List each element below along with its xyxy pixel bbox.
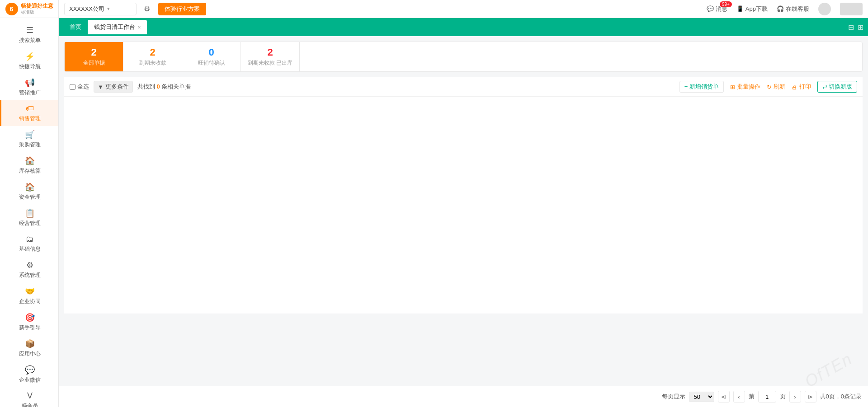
online-service-action[interactable]: 🎧 在线客服 (777, 5, 809, 13)
stat-number-overdue-out: 2 (247, 47, 293, 58)
sidebar: 6 畅捷通好生意 标准版 ☰搜索菜单⚡快捷导航📢营销推广🏷销售管理🛒采购管理🏠库… (0, 0, 59, 407)
stat-tab-overdue-out[interactable]: 2到期未收款 已出库 (241, 42, 300, 71)
message-action[interactable]: 💬 消息 99+ (707, 5, 727, 13)
tab-bar-actions: ⊟ ⊞ (848, 23, 863, 32)
stat-label-all: 全部单据 (71, 59, 117, 67)
member-label: 畅会员 (22, 402, 38, 407)
logo-icon: 6 (5, 3, 18, 15)
system-label: 系统管理 (19, 271, 41, 279)
quick-nav-icon: ⚡ (25, 51, 35, 61)
header-right: 💬 消息 99+ 📱 App下载 🎧 在线客服 (707, 3, 863, 15)
operation-icon: 📋 (25, 208, 35, 218)
trial-button[interactable]: 体验行业方案 (158, 3, 206, 15)
wechat-icon: 💬 (25, 365, 35, 375)
sidebar-item-wechat[interactable]: 💬企业微信 (0, 361, 58, 388)
wechat-label: 企业微信 (19, 376, 41, 384)
select-all-label: 全选 (77, 83, 89, 91)
sidebar-item-quick-nav[interactable]: ⚡快捷导航 (0, 48, 58, 74)
prev-page-button[interactable]: ‹ (733, 391, 745, 402)
sidebar-nav: ☰搜索菜单⚡快捷导航📢营销推广🏷销售管理🛒采购管理🏠库存核算🏠资金管理📋经营管理… (0, 18, 58, 407)
company-selector[interactable]: XXXXXX公司 ▾ (64, 3, 137, 15)
next-page-button[interactable]: › (789, 391, 801, 402)
settings-icon[interactable]: ⚙ (140, 2, 154, 16)
tab-maximize-icon[interactable]: ⊞ (858, 23, 863, 32)
filter-icon: ▼ (98, 84, 104, 90)
app-center-label: 应用中心 (19, 350, 41, 358)
tab-minimize-icon[interactable]: ⊟ (848, 23, 854, 32)
app-download-label: App下载 (745, 5, 768, 13)
toolbar: 全选 ▼ 更多条件 共找到 0 条相关单据 + 新增销货单 ⊞ 批量操作 ↻ 刷… (64, 77, 863, 97)
marketing-icon: 📢 (25, 78, 35, 88)
switch-version-button[interactable]: ⇄ 切换新版 (817, 81, 857, 93)
company-dropdown-icon: ▾ (107, 6, 110, 12)
sidebar-item-purchase[interactable]: 🛒采购管理 (0, 126, 58, 152)
sidebar-item-sales[interactable]: 🏷销售管理 (0, 100, 58, 126)
sales-icon: 🏷 (26, 104, 34, 113)
cooperation-label: 企业协同 (19, 298, 41, 305)
switch-icon: ⇄ (822, 84, 827, 90)
batch-ops-action[interactable]: ⊞ 批量操作 (730, 83, 760, 91)
inventory-icon: 🏠 (25, 156, 35, 166)
stat-label-overdue: 到期未收款 (130, 59, 175, 67)
stat-tab-all[interactable]: 2全部单据 (65, 42, 123, 71)
message-icon: 💬 (707, 5, 714, 12)
stat-tab-overdue[interactable]: 2到期未收款 (123, 42, 182, 71)
user-info[interactable] (840, 3, 863, 15)
select-all-checkbox[interactable]: 全选 (70, 83, 89, 91)
online-service-label: 在线客服 (786, 5, 809, 13)
per-page-select[interactable]: 50 100 200 (689, 392, 714, 402)
guide-icon: 🎯 (25, 313, 35, 323)
page-suffix: 页 (780, 393, 786, 401)
sidebar-item-basic[interactable]: 🗂基础信息 (0, 231, 58, 257)
sidebar-item-member[interactable]: V畅会员 (0, 388, 58, 407)
tab-home[interactable]: 首页 (63, 20, 88, 34)
page-input[interactable] (758, 391, 776, 402)
sidebar-item-inventory[interactable]: 🏠库存核算 (0, 152, 58, 178)
quick-nav-label: 快捷导航 (19, 63, 41, 70)
last-page-button[interactable]: ⊳ (805, 391, 816, 402)
refresh-action[interactable]: ↻ 刷新 (767, 83, 785, 91)
top-header: XXXXXX公司 ▾ ⚙ 体验行业方案 💬 消息 99+ 📱 App下载 🎧 在… (59, 0, 868, 18)
sales-label: 销售管理 (19, 115, 41, 122)
purchase-icon: 🛒 (25, 130, 35, 140)
sidebar-item-app-center[interactable]: 📦应用中心 (0, 335, 58, 361)
filter-button[interactable]: ▼ 更多条件 (94, 81, 133, 93)
stat-tab-pending[interactable]: 0旺辅待确认 (182, 42, 241, 71)
toolbar-right: + 新增销货单 ⊞ 批量操作 ↻ 刷新 🖨 打印 ⇄ 切换新版 (679, 81, 857, 93)
found-count: 0 (157, 83, 160, 90)
sidebar-item-marketing[interactable]: 📢营销推广 (0, 74, 58, 100)
refresh-icon: ↻ (767, 84, 772, 90)
sidebar-item-guide[interactable]: 🎯新手引导 (0, 309, 58, 335)
capital-label: 资金管理 (19, 193, 41, 201)
batch-ops-icon: ⊞ (730, 84, 735, 90)
print-action[interactable]: 🖨 打印 (792, 83, 811, 91)
select-all-input[interactable] (70, 84, 75, 90)
sidebar-item-operation[interactable]: 📋经营管理 (0, 205, 58, 231)
operation-label: 经营管理 (19, 220, 41, 227)
tab-close-icon[interactable]: × (138, 24, 141, 30)
user-avatar[interactable] (818, 3, 831, 15)
sidebar-item-cooperation[interactable]: 🤝企业协同 (0, 283, 58, 309)
new-sale-button[interactable]: + 新增销货单 (679, 81, 724, 93)
tab-active[interactable]: 钱货日清工作台 × (88, 20, 147, 34)
page-label: 第 (749, 393, 755, 401)
sidebar-item-system[interactable]: ⚙系统管理 (0, 257, 58, 283)
system-icon: ⚙ (26, 260, 33, 270)
stat-number-overdue: 2 (130, 47, 175, 58)
purchase-label: 采购管理 (19, 141, 41, 149)
first-page-button[interactable]: ⊲ (718, 391, 730, 402)
message-badge: 99+ (720, 1, 732, 7)
inventory-label: 库存核算 (19, 167, 41, 175)
found-text: 共找到 0 条相关单据 (137, 83, 191, 91)
sidebar-item-capital[interactable]: 🏠资金管理 (0, 178, 58, 205)
guide-label: 新手引导 (19, 324, 41, 332)
table-area: 全选 ▼ 更多条件 共找到 0 条相关单据 + 新增销货单 ⊞ 批量操作 ↻ 刷… (64, 77, 863, 313)
basic-label: 基础信息 (19, 245, 41, 253)
sidebar-item-search-menu[interactable]: ☰搜索菜单 (0, 22, 58, 48)
batch-ops-label: 批量操作 (737, 83, 760, 91)
cooperation-icon: 🤝 (25, 286, 35, 296)
search-menu-label: 搜索菜单 (19, 37, 41, 44)
app-download-action[interactable]: 📱 App下载 (736, 5, 768, 13)
marketing-label: 营销推广 (19, 89, 41, 97)
stat-number-pending: 0 (189, 47, 234, 58)
